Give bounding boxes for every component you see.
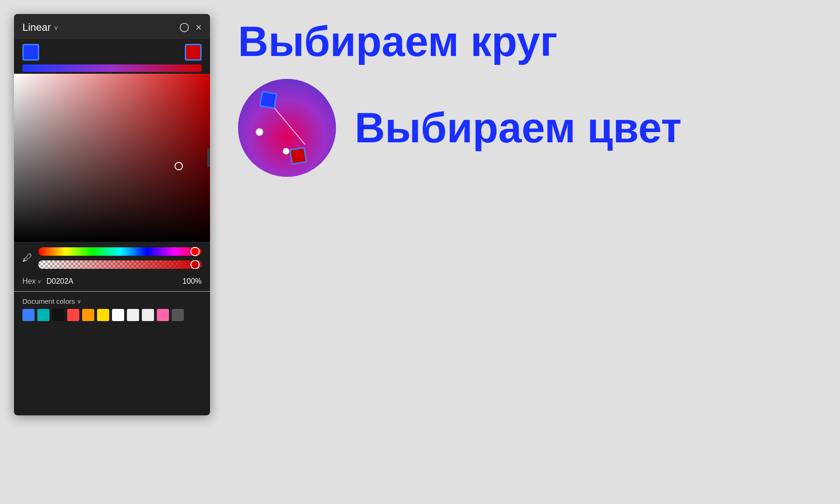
opacity-slider[interactable] <box>38 260 202 269</box>
panel-title[interactable]: Linear ∨ <box>22 21 58 34</box>
gradient-panel: Linear ∨ × 🖊 <box>14 14 210 415</box>
hex-label-text: Hex <box>22 277 35 286</box>
circle-stop-blue[interactable] <box>259 91 277 109</box>
circle-illustration: Выбираем цвет <box>238 79 812 177</box>
color-swatch[interactable] <box>97 309 109 321</box>
color-swatch[interactable] <box>82 309 94 321</box>
hex-value[interactable]: D0202A <box>46 277 178 286</box>
color-picker-area[interactable] <box>14 74 210 242</box>
hue-thumb <box>190 247 200 256</box>
opacity-icon[interactable] <box>180 23 189 32</box>
sliders-section: 🖊 <box>14 242 210 273</box>
opacity-thumb <box>190 260 200 269</box>
color-swatch[interactable] <box>127 309 139 321</box>
opacity-fill <box>38 260 202 269</box>
hex-label[interactable]: Hex ∨ <box>22 277 42 286</box>
circle-stop-white-left <box>256 128 263 136</box>
doc-colors-section: Document colors ∨ <box>14 293 210 326</box>
doc-colors-label[interactable]: Document colors ∨ <box>22 297 202 305</box>
circle-stop-white-right <box>283 148 289 154</box>
gradient-stops-row <box>14 39 210 74</box>
right-content: Выбираем круг Выбираем цвет <box>210 0 840 177</box>
hue-slider[interactable] <box>38 247 202 256</box>
circle-shape-wrap <box>238 79 336 177</box>
hex-chevron: ∨ <box>37 278 42 285</box>
color-swatch[interactable] <box>52 309 64 321</box>
gradient-bar[interactable] <box>22 64 202 72</box>
color-picker-cursor <box>175 162 183 170</box>
circle-shape[interactable] <box>238 79 336 177</box>
circle-stop-red[interactable] <box>289 147 307 165</box>
doc-colors-chevron: ∨ <box>77 298 81 305</box>
doc-colors-swatches <box>22 309 202 321</box>
color-swatch[interactable] <box>157 309 169 321</box>
color-swatch[interactable] <box>112 309 124 321</box>
color-swatch[interactable] <box>22 309 35 321</box>
hex-opacity[interactable]: 100% <box>182 277 202 286</box>
color-swatch[interactable] <box>37 309 49 321</box>
color-swatch[interactable] <box>67 309 79 321</box>
color-swatch[interactable] <box>172 309 184 321</box>
gradient-handles <box>22 44 202 61</box>
gradient-stop-right[interactable] <box>185 44 202 61</box>
sliders-column <box>38 247 202 269</box>
doc-colors-label-text: Document colors <box>22 297 75 305</box>
color-swatch[interactable] <box>142 309 154 321</box>
eyedropper-icon[interactable]: 🖊 <box>22 252 33 264</box>
panel-header-icons: × <box>180 22 202 33</box>
gradient-stop-left[interactable] <box>22 44 39 61</box>
divider-1 <box>14 291 210 292</box>
hex-row: Hex ∨ D0202A 100% <box>14 273 210 290</box>
heading-1: Выбираем круг <box>238 19 812 65</box>
heading-2: Выбираем цвет <box>355 105 682 151</box>
panel-title-chevron: ∨ <box>54 24 58 31</box>
panel-header: Linear ∨ × <box>14 14 210 39</box>
panel-title-text: Linear <box>22 21 51 34</box>
close-button[interactable]: × <box>196 22 202 33</box>
panel-edge-tab <box>207 148 210 167</box>
